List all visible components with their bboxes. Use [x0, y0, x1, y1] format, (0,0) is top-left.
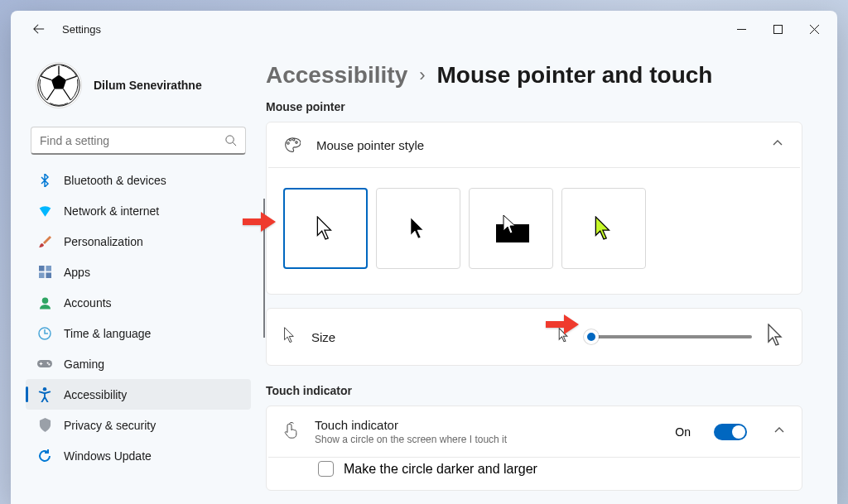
window-title: Settings: [62, 23, 723, 36]
sidebar-item-accessibility[interactable]: Accessibility: [26, 379, 251, 410]
section-touch-indicator: Touch indicator: [266, 384, 802, 397]
content-area: Dilum Senevirathne Bluetooth & devicesNe…: [11, 47, 837, 504]
sidebar-item-label: Network & internet: [64, 204, 159, 218]
main-panel: Accessibility › Mouse pointer and touch …: [259, 47, 837, 504]
titlebar: Settings: [11, 11, 837, 47]
breadcrumb: Accessibility › Mouse pointer and touch: [266, 62, 802, 89]
touch-icon: [283, 421, 300, 443]
size-slider[interactable]: [585, 335, 752, 338]
sidebar-item-windows-update[interactable]: Windows Update: [26, 440, 251, 471]
sidebar-item-network-internet[interactable]: Network & internet: [26, 195, 251, 226]
sidebar-item-label: Personalization: [64, 235, 143, 248]
back-button[interactable]: [26, 16, 52, 42]
sidebar-item-label: Bluetooth & devices: [64, 174, 166, 187]
section-mouse-pointer: Mouse pointer: [266, 100, 802, 113]
svg-rect-7: [46, 272, 51, 278]
settings-window: Settings Dilum Senevirathne: [11, 11, 837, 504]
touch-darker-label: Make the circle darker and larger: [344, 462, 537, 477]
maximize-button[interactable]: [759, 16, 796, 42]
pointer-style-black[interactable]: [376, 188, 460, 269]
chevron-right-icon: ›: [419, 65, 425, 86]
person-icon: [37, 295, 52, 310]
wifi-icon: [37, 204, 52, 218]
touch-toggle[interactable]: [714, 424, 747, 440]
avatar: [36, 62, 82, 108]
sidebar-item-label: Gaming: [64, 358, 104, 371]
pointer-style-inverted[interactable]: [469, 188, 553, 269]
pointer-size-row: Size: [266, 308, 802, 366]
chevron-up-icon: [772, 137, 785, 152]
search-box[interactable]: [31, 127, 246, 155]
svg-rect-5: [46, 266, 51, 271]
maximize-icon: [773, 25, 783, 34]
close-button[interactable]: [796, 16, 832, 42]
sidebar-item-label: Apps: [64, 266, 90, 279]
cursor-small-icon: [283, 327, 296, 347]
update-icon: [37, 449, 52, 463]
svg-point-13: [43, 387, 47, 391]
svg-rect-0: [773, 25, 782, 33]
sidebar: Dilum Senevirathne Bluetooth & devicesNe…: [11, 47, 259, 504]
close-icon: [810, 25, 819, 34]
back-arrow-icon: [33, 23, 45, 35]
touch-label: Touch indicator: [315, 418, 660, 432]
accessibility-icon: [37, 387, 52, 402]
annotation-arrow-1: [243, 212, 276, 235]
sidebar-item-gaming[interactable]: Gaming: [26, 348, 251, 379]
apps-icon: [37, 265, 52, 280]
chevron-up-icon: [773, 425, 785, 439]
nav-list: Bluetooth & devicesNetwork & internetPer…: [26, 165, 251, 504]
svg-rect-14: [496, 224, 529, 242]
annotation-arrow-2: [546, 314, 579, 338]
pointer-style-custom[interactable]: [561, 188, 646, 269]
slider-thumb[interactable]: [584, 329, 599, 344]
minimize-icon: [737, 25, 746, 34]
touch-darker-checkbox[interactable]: [318, 461, 334, 477]
search-input[interactable]: [40, 134, 224, 147]
sidebar-item-bluetooth-devices[interactable]: Bluetooth & devices: [26, 165, 251, 195]
username: Dilum Senevirathne: [94, 79, 202, 92]
user-profile[interactable]: Dilum Senevirathne: [26, 47, 251, 127]
sidebar-item-label: Accounts: [64, 296, 112, 310]
pointer-style-options: [267, 168, 802, 294]
touch-sublabel: Show a circle on the screen where I touc…: [315, 434, 660, 445]
touch-indicator-card: Touch indicator Show a circle on the scr…: [266, 406, 802, 491]
svg-point-11: [47, 362, 49, 364]
shield-icon: [37, 418, 52, 433]
cursor-max-icon: [767, 324, 785, 350]
pointer-style-label: Mouse pointer style: [316, 138, 757, 152]
toggle-state-text: On: [675, 425, 691, 439]
clock-globe-icon: [37, 326, 52, 341]
minimize-button[interactable]: [723, 16, 759, 42]
pointer-style-header[interactable]: Mouse pointer style: [267, 122, 802, 167]
pointer-style-card: Mouse pointer style: [266, 122, 802, 295]
touch-indicator-header[interactable]: Touch indicator Show a circle on the scr…: [267, 406, 802, 457]
svg-point-3: [226, 136, 234, 143]
sidebar-item-label: Time & language: [64, 327, 151, 340]
brush-icon: [37, 234, 52, 249]
sidebar-item-privacy-security[interactable]: Privacy & security: [26, 410, 251, 440]
palette-icon: [283, 136, 301, 154]
svg-point-8: [41, 297, 48, 304]
soccer-ball-icon: [36, 62, 81, 108]
search-icon: [224, 134, 237, 146]
sidebar-item-label: Windows Update: [64, 449, 152, 463]
sidebar-item-label: Accessibility: [64, 388, 127, 401]
svg-point-12: [48, 363, 50, 365]
pointer-style-white[interactable]: [283, 188, 368, 269]
breadcrumb-parent[interactable]: Accessibility: [266, 62, 407, 89]
gamepad-icon: [37, 357, 52, 372]
svg-rect-4: [39, 266, 45, 271]
sidebar-item-time-language[interactable]: Time & language: [26, 318, 251, 348]
sidebar-item-personalization[interactable]: Personalization: [26, 226, 251, 257]
sidebar-item-apps[interactable]: Apps: [26, 257, 251, 287]
touch-darker-row[interactable]: Make the circle darker and larger: [267, 458, 802, 490]
breadcrumb-current: Mouse pointer and touch: [437, 62, 713, 89]
size-label: Size: [311, 330, 361, 344]
sidebar-item-accounts[interactable]: Accounts: [26, 287, 251, 318]
svg-rect-6: [39, 272, 45, 278]
bluetooth-icon: [37, 173, 52, 188]
sidebar-item-label: Privacy & security: [64, 419, 156, 432]
